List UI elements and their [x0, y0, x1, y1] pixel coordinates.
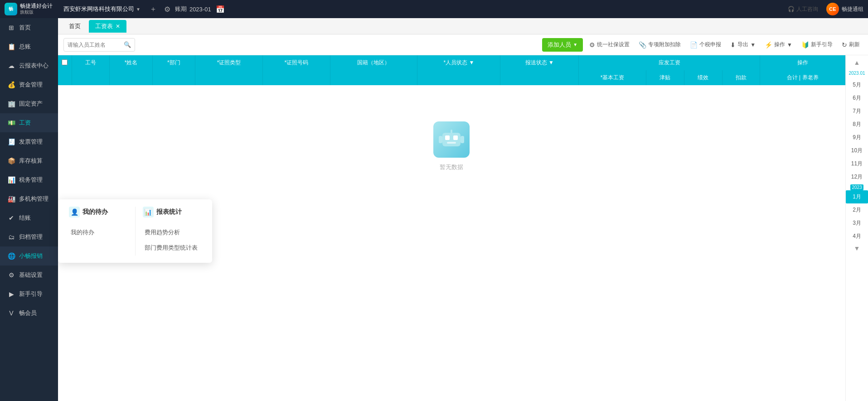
sidebar-item-cloud[interactable]: ☁ 云报表中心	[0, 56, 58, 75]
month-7[interactable]: 7月	[846, 105, 868, 118]
month-8[interactable]: 8月	[846, 118, 868, 131]
popup-item-trend[interactable]: 费用趋势分析	[143, 225, 202, 240]
special-deduction-btn[interactable]: 📎 专项附加扣除	[636, 39, 684, 50]
th-submit-status: 报送状态 ▼	[500, 55, 579, 70]
sidebar: ⊞ 首页 📋 总账 ☁ 云报表中心 💰 资金管理 🏢 固定资产 💵 工资 🧾 发…	[0, 18, 58, 401]
sidebar-item-settings[interactable]: ⚙ 基础设置	[0, 266, 58, 285]
month-4[interactable]: 4月	[846, 230, 868, 243]
settings-icon[interactable]: ⚙	[162, 4, 172, 14]
th-dept: *部门	[152, 55, 195, 70]
checkbox-header[interactable]	[58, 55, 72, 70]
operation-btn[interactable]: ⚡ 操作 ▼	[762, 39, 795, 50]
cloud-icon: ☁	[7, 62, 15, 69]
guide-label: 新手引导	[811, 41, 833, 48]
popup-report-title: 报表统计	[156, 208, 182, 216]
sidebar-item-home[interactable]: ⊞ 首页	[0, 18, 58, 37]
next-month-btn[interactable]: ▼	[852, 243, 862, 254]
export-dropdown-icon: ▼	[750, 42, 756, 48]
th-id-type: *证照类型	[195, 55, 263, 70]
app-logo-icon: 畅	[5, 3, 17, 15]
sidebar-item-expense[interactable]: 🌐 小畅报销	[0, 246, 58, 266]
select-all-checkbox[interactable]	[62, 59, 68, 65]
tab-close-icon[interactable]: ✕	[116, 23, 120, 29]
home-icon: ⊞	[7, 24, 15, 31]
company-area: 西安虾米网络科技有限公司 ▼ ＋ ⚙ 账期 2023-01 📅	[63, 4, 227, 15]
sidebar-item-member[interactable]: V 畅会员	[0, 304, 58, 323]
popup-todo-title: 我的待办	[82, 208, 108, 216]
sidebar-label-archive: 归档管理	[19, 233, 43, 241]
customer-service-btn[interactable]: 🎧 人工咨询	[785, 4, 821, 15]
tab-salary-label: 工资表	[95, 22, 113, 30]
company-selector[interactable]: 西安虾米网络科技有限公司 ▼	[63, 5, 141, 13]
tab-home[interactable]: 首页	[63, 20, 87, 33]
month-3[interactable]: 3月	[846, 217, 868, 230]
period-value: 2023-01	[189, 6, 211, 13]
search-wrap: 🔍	[63, 38, 135, 52]
th-deduction: 扣款	[722, 70, 760, 85]
sidebar-label-guide: 新手引导	[19, 290, 43, 298]
inventory-icon: 📦	[7, 157, 15, 164]
tax-report-label: 个税申报	[699, 41, 721, 48]
sidebar-label-settings: 基础设置	[19, 271, 43, 279]
sidebar-item-salary[interactable]: 💵 工资	[0, 113, 58, 132]
table-subheader-row: *基本工资 津贴 绩效 扣款 合计 | 养老养	[58, 70, 845, 85]
month-12[interactable]: 12月	[846, 170, 868, 184]
tab-salary[interactable]: 工资表 ✕	[89, 20, 126, 33]
th-total: 合计 | 养老养	[760, 70, 845, 85]
popup-trend-label: 费用趋势分析	[145, 229, 180, 236]
customer-service-label: 人工咨询	[796, 5, 818, 13]
sidebar-item-assets[interactable]: 🏢 固定资产	[0, 94, 58, 113]
sidebar-label-cloud: 云报表中心	[19, 62, 48, 70]
popup-col-todo: 👤 我的待办 我的待办	[65, 207, 131, 256]
month-1[interactable]: 1月	[846, 190, 868, 203]
popup-item-todo[interactable]: 我的待办	[69, 225, 128, 240]
popup-item-dept[interactable]: 部门费用类型统计表	[143, 240, 202, 256]
export-btn[interactable]: ⬇ 导出 ▼	[727, 39, 758, 50]
sidebar-item-ledger[interactable]: 📋 总账	[0, 37, 58, 56]
add-icon[interactable]: ＋	[148, 4, 159, 15]
empty-state: 暂无数据	[58, 85, 845, 208]
sidebar-item-multiorg[interactable]: 🏭 多机构管理	[0, 189, 58, 208]
sidebar-label-member: 畅会员	[19, 309, 37, 317]
social-insurance-btn[interactable]: ⚙ 统一社保设置	[587, 39, 632, 50]
calendar-icon[interactable]: 📅	[214, 4, 227, 14]
table-header-row: 工号 *姓名 *部门 *证照类型 *证照号码 国籍（地区） *人员状态 ▼ 报送…	[58, 55, 845, 70]
toolbar-right: 添加人员 ▼ ⚙ 统一社保设置 📎 专项附加扣除 📄 个税申报 ⬇ 导	[542, 38, 863, 52]
operation-label: 操作	[774, 41, 785, 48]
user-area[interactable]: CE 畅捷通组	[826, 3, 863, 15]
popup-menu: 👤 我的待办 我的待办 📊 报表统计 费用趋势分析 部门费用类型统计表	[58, 199, 212, 263]
sidebar-label-closing: 结账	[19, 214, 31, 222]
refresh-btn[interactable]: ↻ 刷新	[839, 39, 863, 50]
user-name: 畅捷通组	[842, 5, 863, 13]
sidebar-label-inventory: 库存核算	[19, 157, 43, 165]
add-person-button[interactable]: 添加人员 ▼	[542, 38, 583, 52]
th-salary-group: 应发工资	[579, 55, 760, 70]
prev-month-btn[interactable]: ▲	[852, 57, 862, 68]
sidebar-item-finance[interactable]: 💰 资金管理	[0, 75, 58, 94]
empty-icon	[433, 121, 470, 158]
guide-btn[interactable]: 🔰 新手引导	[799, 39, 835, 50]
month-6[interactable]: 6月	[846, 92, 868, 105]
sidebar-item-inventory[interactable]: 📦 库存核算	[0, 151, 58, 170]
sidebar-item-closing[interactable]: ✔ 结账	[0, 208, 58, 227]
month-5[interactable]: 5月	[846, 78, 868, 92]
closing-icon: ✔	[7, 214, 15, 222]
assets-icon: 🏢	[7, 100, 15, 107]
sidebar-item-archive[interactable]: 🗂 归档管理	[0, 227, 58, 246]
special-deduction-label: 专项附加扣除	[648, 41, 681, 48]
th-id-no: *证照号码	[262, 55, 330, 70]
period-display: 2023.01	[846, 68, 868, 78]
month-2[interactable]: 2月	[846, 203, 868, 217]
month-11[interactable]: 11月	[846, 157, 868, 170]
sidebar-item-invoice[interactable]: 🧾 发票管理	[0, 132, 58, 151]
sidebar-item-guide[interactable]: ▶ 新手引导	[0, 285, 58, 304]
sidebar-item-tax[interactable]: 📊 税务管理	[0, 170, 58, 189]
tax-report-btn[interactable]: 📄 个税申报	[687, 39, 724, 50]
search-input[interactable]	[68, 42, 122, 48]
svg-rect-3	[447, 142, 456, 144]
svg-rect-5	[439, 136, 442, 143]
month-9[interactable]: 9月	[846, 131, 868, 144]
search-icon[interactable]: 🔍	[124, 41, 131, 48]
ledger-icon: 📋	[7, 43, 15, 50]
month-10[interactable]: 10月	[846, 144, 868, 157]
